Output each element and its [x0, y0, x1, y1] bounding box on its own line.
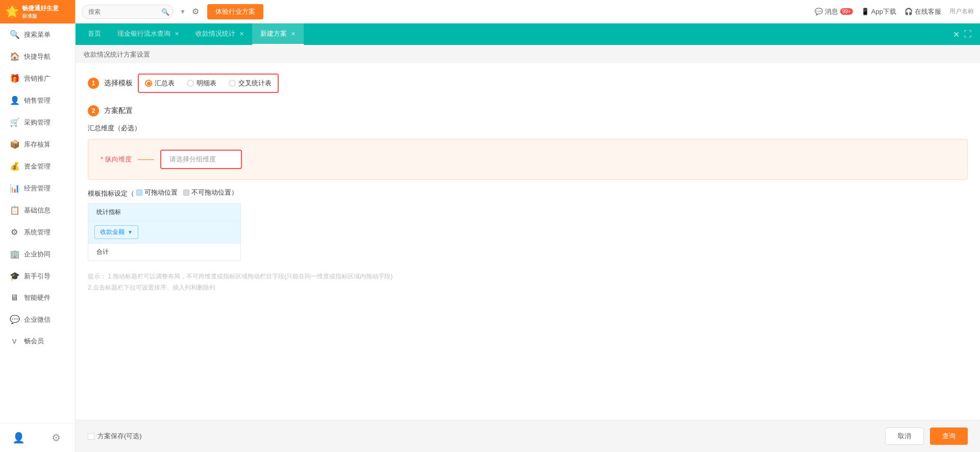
template-option-cross[interactable]: 交叉统计表: [229, 79, 272, 88]
draggable-text: 可拖动位置: [144, 188, 178, 197]
template-options-box: 汇总表 明细表 交叉统计表: [138, 74, 279, 93]
tag-dropdown-icon: ▼: [128, 229, 133, 235]
search-icon: 🔍: [161, 8, 169, 15]
dimension-row: * 纵向维度 —— 请选择分组维度: [101, 150, 955, 169]
notification-item[interactable]: 💬 消息 99+: [815, 7, 853, 16]
collection-amount-tag[interactable]: 收款金额 ▼: [94, 225, 138, 239]
sidebar-settings[interactable]: ⚙: [38, 427, 76, 448]
sidebar-item-label: 智能硬件: [24, 293, 51, 302]
sidebar-item-label: 采购管理: [24, 118, 51, 127]
logo-icon: 🌟: [5, 5, 19, 18]
sidebar-item-label: 经营管理: [24, 184, 51, 193]
username-label: 用户名称: [949, 7, 974, 16]
radio-summary-icon: [145, 80, 152, 87]
footer-area: 方案保存(可选) 取消 查询: [76, 420, 980, 452]
avatar1-icon: 👤: [12, 432, 25, 444]
sidebar-item-new-guide[interactable]: 🎓 新手引导: [0, 265, 75, 287]
sidebar-item-capital[interactable]: 💰 资金管理: [0, 155, 75, 177]
clipboard-icon: 📋: [10, 205, 19, 215]
tab-bank-flow[interactable]: 现金银行流水查询 ✕: [109, 23, 187, 45]
template-option-summary[interactable]: 汇总表: [145, 79, 175, 88]
tab-new-plan[interactable]: 新建方案 ✕: [252, 23, 304, 45]
tab-bank-flow-label: 现金银行流水查询: [117, 29, 170, 38]
tab-bank-flow-close-icon[interactable]: ✕: [175, 31, 179, 37]
metrics-sum-row: 合计: [88, 244, 240, 260]
step2-header: 2 方案配置: [88, 105, 968, 116]
sidebar-item-sys-mgmt[interactable]: ⚙ 系统管理: [0, 221, 75, 243]
metrics-label: 模板指标设定（ 可拖动位置 不可拖动位置）: [88, 188, 968, 198]
sidebar-item-label: 系统管理: [24, 228, 51, 237]
sidebar-item-operations[interactable]: 📊 经营管理: [0, 177, 75, 199]
right-arrow-icon: ——: [138, 155, 154, 164]
topbar-right: 💬 消息 99+ 📱 App下载 🎧 在线客服 用户名称: [815, 7, 974, 16]
step1-header: 1 选择模板 汇总表 明细表 交叉统计表: [88, 74, 968, 93]
logo-badge: 标准版: [22, 13, 59, 20]
sidebar-avatar1[interactable]: 👤: [0, 427, 38, 448]
sidebar-item-label: 销售管理: [24, 96, 51, 105]
maximize-icon[interactable]: ⛶: [964, 30, 972, 39]
tips-section: 提示： 1.拖动标题栏可以调整布局，不可跨维度或指标区域拖动栏目字段(只能在同一…: [88, 271, 968, 293]
query-button[interactable]: 查询: [930, 427, 968, 445]
sidebar-item-smart-hw[interactable]: 🖥 智能硬件: [0, 287, 75, 308]
tab-collection-stat[interactable]: 收款情况统计 ✕: [187, 23, 252, 45]
settings-icon: ⚙: [52, 432, 61, 444]
sidebar-item-corp-wechat[interactable]: 💬 企业微信: [0, 308, 75, 330]
sidebar-item-purchase[interactable]: 🛒 采购管理: [0, 111, 75, 133]
tabbar-right-controls: ✕ ⛶: [953, 23, 976, 45]
sidebar-item-label: 搜索菜单: [24, 30, 51, 39]
sidebar-item-label: 库存核算: [24, 140, 51, 149]
content-area: 收款情况统计方案设置 1 选择模板 汇总表 明细表: [76, 45, 980, 452]
tabbar: 首页 现金银行流水查询 ✕ 收款情况统计 ✕ 新建方案 ✕ ✕ ⛶: [76, 23, 980, 45]
sidebar-item-label: 新手引导: [24, 272, 51, 281]
tip-line2: 2.点击标题栏下拉可设置排序、插入列和删除列: [88, 282, 968, 294]
metrics-tag-row: 收款金额 ▼: [88, 221, 240, 244]
gear-icon: ⚙: [10, 227, 19, 237]
home-icon: 🏠: [10, 52, 19, 61]
online-support-item[interactable]: 🎧 在线客服: [904, 7, 941, 16]
gift-icon: 🎁: [10, 74, 19, 83]
sidebar-item-corp-collab[interactable]: 🏢 企业协同: [0, 243, 75, 265]
sidebar-item-basic-info[interactable]: 📋 基础信息: [0, 199, 75, 221]
metrics-section: 模板指标设定（ 可拖动位置 不可拖动位置）: [88, 188, 968, 261]
sidebar-item-inventory[interactable]: 📦 库存核算: [0, 133, 75, 155]
tab-home[interactable]: 首页: [80, 23, 109, 45]
dimension-label-text: 汇总维度（必选）: [88, 124, 141, 132]
sidebar-item-label: 企业协同: [24, 250, 51, 259]
save-plan-checkbox-label[interactable]: 方案保存(可选): [88, 432, 142, 441]
sidebar-item-label: 快捷导航: [24, 52, 51, 61]
sidebar-item-label: 企业微信: [24, 315, 51, 324]
headset-icon: 🎧: [904, 8, 913, 15]
breadcrumb: 收款情况统计方案设置: [76, 45, 980, 63]
close-window-icon[interactable]: ✕: [953, 30, 960, 39]
cancel-button[interactable]: 取消: [885, 427, 924, 445]
step1-section: 1 选择模板 汇总表 明细表 交叉统计表: [88, 74, 968, 93]
guide-icon: 🎓: [10, 271, 19, 281]
person-icon: 👤: [10, 96, 19, 105]
sidebar-item-marketing[interactable]: 🎁 营销推广: [0, 67, 75, 89]
tab-new-plan-label: 新建方案: [260, 29, 287, 38]
metrics-header-label: 统计指标: [96, 208, 121, 216]
sidebar-item-sales[interactable]: 👤 销售管理: [0, 89, 75, 111]
bag-icon: 🛒: [10, 117, 19, 127]
topbar: 🔍 ▼ ⚙ 体验行业方案 💬 消息 99+ 📱 App下载 🎧 在线客服 用户名…: [76, 0, 980, 23]
tab-collection-stat-close-icon[interactable]: ✕: [239, 31, 244, 37]
search-input[interactable]: [82, 5, 174, 19]
tab-home-label: 首页: [88, 29, 101, 38]
sidebar-item-members[interactable]: V 畅会员: [0, 330, 75, 352]
save-plan-checkbox[interactable]: [88, 433, 94, 440]
metrics-label-text: 模板指标设定（ 可拖动位置 不可拖动位置）: [88, 188, 238, 198]
sidebar-item-quick-nav[interactable]: 🏠 快捷导航: [0, 45, 75, 67]
main-area: 🔍 ▼ ⚙ 体验行业方案 💬 消息 99+ 📱 App下载 🎧 在线客服 用户名…: [76, 0, 980, 452]
settings-gear-icon[interactable]: ⚙: [192, 7, 199, 16]
step2-num: 2: [88, 105, 99, 116]
tab-new-plan-close-icon[interactable]: ✕: [291, 31, 296, 37]
dimension-select-input[interactable]: 请选择分组维度: [160, 150, 242, 169]
sidebar-item-search-menu[interactable]: 🔍 搜索菜单: [0, 23, 75, 45]
template-option-detail[interactable]: 明细表: [187, 79, 216, 88]
step2-section: 2 方案配置 汇总维度（必选） * 纵向维度 —— 请选择分组维度: [88, 105, 968, 293]
chart-icon: 📊: [10, 183, 19, 193]
app-download-item[interactable]: 📱 App下载: [861, 7, 896, 16]
vertical-dimension-label: * 纵向维度: [101, 155, 132, 164]
dropdown-arrow-icon[interactable]: ▼: [180, 8, 186, 15]
trial-industry-button[interactable]: 体验行业方案: [207, 4, 263, 19]
